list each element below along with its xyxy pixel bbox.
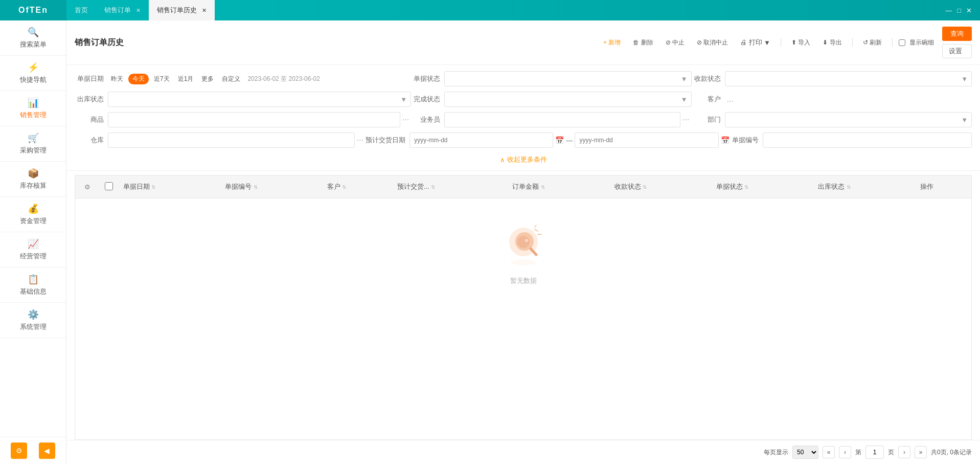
date-control: 昨天 今天 近7天 近1月 更多 自定义 2023-06-02 至 2023-0… (108, 74, 411, 84)
delivery-date-end-cal[interactable]: 📅 (721, 136, 730, 144)
settings-btn[interactable]: 设置 (942, 44, 972, 58)
sidebar-item-sales-mgmt[interactable]: 📊 销售管理 (0, 91, 66, 126)
sidebar-item-operations[interactable]: 📈 经营管理 (0, 232, 66, 268)
warehouse-select[interactable] (108, 132, 355, 148)
out-status-select[interactable] (108, 92, 411, 107)
page-content: 销售订单历史 + 新增 🗑 删除 ⊘ 中止 ⊘ 取消中止 🖨 打印 ▼ ⬆ 导入… (66, 20, 980, 464)
th-customer-sort[interactable]: ⇅ (342, 184, 346, 190)
sidebar-item-base-info-label: 基础信息 (20, 287, 47, 296)
tab-home[interactable]: 首页 (66, 0, 96, 20)
sidebar-item-base-info[interactable]: 📋 基础信息 (0, 268, 66, 303)
filter-row-2: 出库状态 ▼ 完成状态 ▼ 客户 (75, 92, 972, 107)
salesperson-dots[interactable]: ··· (680, 115, 691, 124)
select-all-checkbox[interactable] (105, 182, 113, 190)
th-bill-status-sort[interactable]: ⇅ (744, 184, 748, 190)
display-cols-checkbox[interactable] (899, 39, 905, 46)
th-bill-no-sort[interactable]: ⇅ (254, 184, 258, 190)
display-cols-wrapper: 显示碗细 (899, 38, 934, 47)
delivery-date-end[interactable] (575, 132, 718, 148)
tab-sales-order-history-close[interactable]: ✕ (202, 7, 207, 14)
shortcut-7days[interactable]: 近7天 (151, 74, 173, 84)
product-select[interactable] (108, 112, 400, 127)
next-page-btn[interactable]: › (898, 446, 910, 458)
prev-page-btn[interactable]: ‹ (839, 446, 851, 458)
shortcut-custom[interactable]: 自定义 (219, 74, 243, 84)
shortcut-1month[interactable]: 近1月 (175, 74, 197, 84)
th-out-status-sort[interactable]: ⇅ (847, 184, 851, 190)
department-select[interactable] (725, 112, 972, 127)
toolbar-divider-2 (852, 38, 853, 47)
sidebar-item-quick-nav[interactable]: ⚡ 快捷导航 (0, 56, 66, 91)
delivery-date-start[interactable] (409, 132, 553, 148)
th-date-label: 单据日期 (123, 183, 150, 190)
first-page-btn[interactable]: « (823, 446, 835, 458)
sidebar-item-inventory[interactable]: 📦 库存核算 (0, 162, 66, 197)
sidebar-item-search-menu[interactable]: 🔍 搜索菜单 (0, 20, 66, 56)
product-dots[interactable]: ··· (400, 115, 411, 124)
refresh-btn[interactable]: ↺ 刷新 (859, 36, 886, 49)
cancel-stop-btn[interactable]: ⊘ 取消中止 (693, 36, 732, 49)
pagination: 每页显示 50 10 20 100 « ‹ 第 页 › » 共0页, 0条记录 (66, 440, 980, 464)
sidebar-item-inventory-label: 库存核算 (20, 181, 47, 190)
tab-sales-order-label: 销售订单 (104, 6, 131, 15)
window-minimize[interactable]: — (945, 7, 952, 14)
th-payment-status-sort[interactable]: ⇅ (643, 184, 647, 190)
top-bar: OfTEn 首页 销售订单 ✕ 销售订单历史 ✕ — □ ✕ (0, 0, 980, 20)
salesperson-select-wrapper (444, 112, 680, 127)
export-btn[interactable]: ⬇ 导出 (818, 36, 846, 49)
sidebar-settings-btn[interactable]: ⚙ (11, 443, 27, 459)
salesperson-select[interactable] (444, 112, 680, 127)
warehouse-dots[interactable]: ··· (355, 136, 366, 145)
sidebar-item-finance[interactable]: 💰 资金管理 (0, 197, 66, 232)
out-status-label: 出库状态 (75, 95, 108, 104)
th-bill-status: 单据状态 ⇅ (711, 175, 813, 198)
shortcut-yesterday[interactable]: 昨天 (108, 74, 126, 84)
th-delivery-date-sort[interactable]: ⇅ (431, 184, 435, 190)
shortcut-more[interactable]: 更多 (198, 74, 217, 84)
payment-status-select[interactable] (725, 71, 972, 86)
th-customer: 客户 ⇅ (322, 175, 392, 198)
window-maximize[interactable]: □ (957, 7, 961, 14)
filter-complete-status-col: 完成状态 ▼ (411, 92, 691, 107)
new-btn[interactable]: + 新增 (599, 36, 625, 49)
inventory-icon: 📦 (28, 168, 39, 179)
bill-status-select[interactable] (444, 71, 691, 86)
th-date-sort[interactable]: ⇅ (151, 184, 155, 190)
delivery-date-start-cal[interactable]: 📅 (555, 136, 564, 144)
last-page-btn[interactable]: » (915, 446, 927, 458)
page-header: 销售订单历史 + 新增 🗑 删除 ⊘ 中止 ⊘ 取消中止 🖨 打印 ▼ ⬆ 导入… (66, 20, 980, 65)
per-page-label: 每页显示 (764, 448, 788, 457)
stop-btn[interactable]: ⊘ 中止 (662, 36, 689, 49)
import-btn[interactable]: ⬆ 导入 (787, 36, 814, 49)
per-page-select[interactable]: 50 10 20 100 (792, 446, 818, 459)
th-date: 单据日期 ⇅ (118, 175, 220, 198)
collapse-label: 收起更多条件 (507, 155, 547, 164)
bill-no-input[interactable] (763, 132, 972, 148)
main-layout: 🔍 搜索菜单 ⚡ 快捷导航 📊 销售管理 🛒 采购管理 📦 库存核算 💰 资金管… (0, 20, 980, 464)
window-close[interactable]: ✕ (966, 7, 972, 14)
sidebar-item-purchase-mgmt[interactable]: 🛒 采购管理 (0, 126, 66, 162)
tab-sales-order-history[interactable]: 销售订单历史 ✕ (149, 0, 215, 20)
tab-sales-order-close[interactable]: ✕ (136, 7, 141, 14)
filter-date-col: 单据日期 昨天 今天 近7天 近1月 更多 自定义 2023-06-02 至 2… (75, 74, 411, 84)
sidebar-item-sys-mgmt[interactable]: ⚙️ 系统管理 (0, 303, 66, 338)
delete-btn[interactable]: 🗑 删除 (629, 36, 657, 49)
shortcut-today[interactable]: 今天 (128, 74, 149, 84)
table-settings-btn[interactable]: ⚙ (80, 180, 95, 194)
bill-no-label: 单据编号 (730, 136, 763, 145)
sidebar-collapse-btn[interactable]: ◀ (39, 443, 55, 459)
print-btn[interactable]: 🖨 打印 ▼ (736, 36, 774, 49)
svg-line-8 (535, 225, 536, 227)
product-label: 商品 (75, 115, 108, 124)
collapse-bar[interactable]: ∧ 收起更多条件 (75, 153, 972, 164)
warehouse-label: 仓库 (75, 136, 108, 145)
sidebar-bottom: ⚙ ◀ (0, 437, 66, 464)
customer-dots[interactable]: ... (725, 95, 736, 104)
complete-status-select-wrapper: ▼ (444, 92, 691, 107)
complete-status-label: 完成状态 (411, 95, 444, 104)
th-amount-sort[interactable]: ⇅ (541, 184, 545, 190)
page-input[interactable] (865, 446, 884, 459)
query-btn[interactable]: 查询 (942, 27, 972, 41)
tab-sales-order[interactable]: 销售订单 ✕ (96, 0, 149, 20)
complete-status-select[interactable] (444, 92, 691, 107)
